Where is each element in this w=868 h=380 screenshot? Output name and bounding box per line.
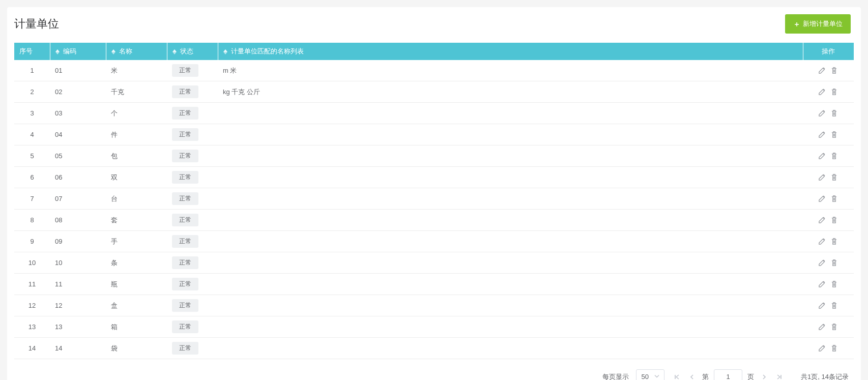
status-badge: 正常: [172, 256, 198, 269]
cell-op: [803, 231, 854, 252]
cell-name: 台: [106, 188, 167, 210]
cell-name: 箱: [106, 316, 167, 338]
cell-match: [218, 124, 803, 145]
cell-op: [803, 167, 854, 188]
cell-status: 正常: [167, 316, 218, 338]
delete-icon[interactable]: [830, 344, 838, 353]
cell-status: 正常: [167, 295, 218, 316]
edit-icon[interactable]: [818, 280, 826, 288]
delete-icon[interactable]: [830, 259, 838, 267]
table-row: 606双正常: [14, 167, 854, 188]
th-code[interactable]: 编码: [50, 43, 106, 60]
edit-icon[interactable]: [818, 344, 826, 353]
status-badge: 正常: [172, 107, 198, 120]
table-row: 202千克正常kg 千克 公斤: [14, 81, 854, 103]
delete-icon[interactable]: [830, 323, 838, 331]
per-page-label: 每页显示: [602, 372, 629, 381]
delete-icon[interactable]: [830, 173, 838, 182]
cell-index: 10: [14, 252, 50, 274]
cell-name: 袋: [106, 338, 167, 359]
delete-icon[interactable]: [830, 109, 838, 118]
edit-icon[interactable]: [818, 302, 826, 310]
th-match-label: 计量单位匹配的名称列表: [231, 47, 304, 55]
delete-icon[interactable]: [830, 88, 838, 96]
edit-icon[interactable]: [818, 259, 826, 267]
next-page-button[interactable]: [759, 372, 769, 381]
page-nav: 第 页: [672, 369, 785, 380]
edit-icon[interactable]: [818, 173, 826, 182]
edit-icon[interactable]: [818, 152, 826, 160]
cell-match: [218, 231, 803, 252]
cell-name: 千克: [106, 81, 167, 103]
per-page-select[interactable]: 50: [636, 369, 664, 380]
delete-icon[interactable]: [830, 280, 838, 288]
status-badge: 正常: [172, 64, 198, 77]
delete-icon[interactable]: [830, 67, 838, 75]
table-row: 808套正常: [14, 210, 854, 231]
cell-name: 件: [106, 124, 167, 145]
units-table: 序号 编码 名称: [14, 43, 854, 359]
th-status[interactable]: 状态: [167, 43, 218, 60]
cell-op: [803, 81, 854, 103]
delete-icon[interactable]: [830, 302, 838, 310]
cell-op: [803, 295, 854, 316]
cell-index: 2: [14, 81, 50, 103]
first-page-button[interactable]: [672, 372, 682, 381]
delete-icon[interactable]: [830, 216, 838, 224]
cell-status: 正常: [167, 338, 218, 359]
cell-op: [803, 60, 854, 81]
last-page-button[interactable]: [774, 372, 785, 381]
cell-index: 12: [14, 295, 50, 316]
cell-index: 7: [14, 188, 50, 210]
edit-icon[interactable]: [818, 216, 826, 224]
cell-status: 正常: [167, 60, 218, 81]
edit-icon[interactable]: [818, 131, 826, 139]
table-row: 1313箱正常: [14, 316, 854, 338]
cell-op: [803, 316, 854, 338]
th-name[interactable]: 名称: [106, 43, 167, 60]
edit-icon[interactable]: [818, 88, 826, 96]
cell-index: 6: [14, 167, 50, 188]
status-badge: 正常: [172, 85, 198, 98]
edit-icon[interactable]: [818, 67, 826, 75]
status-badge: 正常: [172, 128, 198, 141]
cell-code: 14: [50, 338, 106, 359]
edit-icon[interactable]: [818, 195, 826, 203]
table-row: 1111瓶正常: [14, 274, 854, 295]
th-op: 操作: [803, 43, 854, 60]
delete-icon[interactable]: [830, 131, 838, 139]
th-match[interactable]: 计量单位匹配的名称列表: [218, 43, 803, 60]
cell-code: 04: [50, 124, 106, 145]
cell-code: 03: [50, 103, 106, 124]
page-number-input[interactable]: [714, 369, 742, 380]
cell-code: 12: [50, 295, 106, 316]
cell-name: 个: [106, 103, 167, 124]
delete-icon[interactable]: [830, 238, 838, 246]
status-badge: 正常: [172, 150, 198, 162]
per-page-value: 50: [642, 373, 649, 380]
cell-op: [803, 145, 854, 167]
edit-icon[interactable]: [818, 323, 826, 331]
edit-icon[interactable]: [818, 109, 826, 118]
prev-page-button[interactable]: [687, 372, 697, 381]
table-row: 909手正常: [14, 231, 854, 252]
th-index-label: 序号: [19, 47, 33, 55]
delete-icon[interactable]: [830, 195, 838, 203]
page-title: 计量单位: [14, 16, 59, 32]
pagination-summary: 共1页, 14条记录: [801, 372, 849, 381]
cell-status: 正常: [167, 124, 218, 145]
add-unit-button[interactable]: ＋ 新增计量单位: [785, 14, 851, 34]
cell-match: [218, 167, 803, 188]
edit-icon[interactable]: [818, 238, 826, 246]
cell-status: 正常: [167, 145, 218, 167]
th-index[interactable]: 序号: [14, 43, 50, 60]
cell-code: 10: [50, 252, 106, 274]
cell-op: [803, 274, 854, 295]
plus-icon: ＋: [793, 20, 800, 27]
table-row: 707台正常: [14, 188, 854, 210]
cell-match: [218, 103, 803, 124]
cell-status: 正常: [167, 231, 218, 252]
cell-status: 正常: [167, 188, 218, 210]
cell-index: 5: [14, 145, 50, 167]
delete-icon[interactable]: [830, 152, 838, 160]
